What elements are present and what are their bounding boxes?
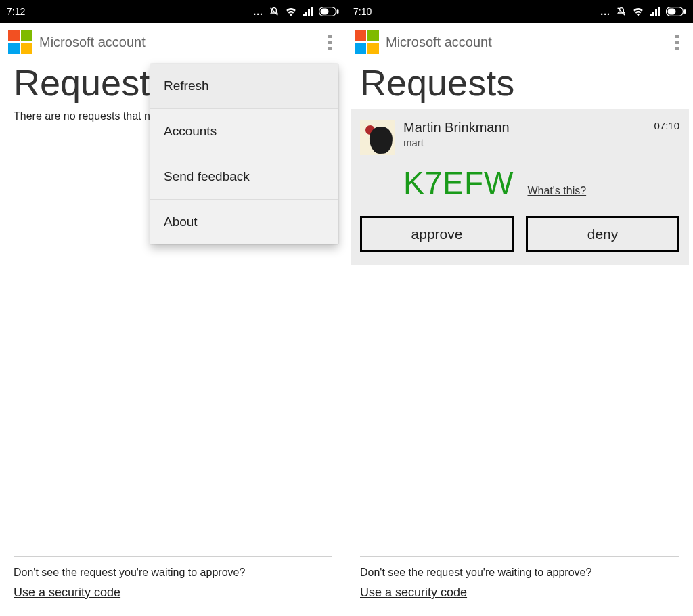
page-title: Requests (346, 57, 693, 105)
svg-rect-13 (684, 9, 686, 14)
footer-question: Don't see the request you're waiting to … (14, 567, 332, 579)
svg-rect-3 (311, 7, 313, 16)
status-bar: 7:10 ... (346, 0, 693, 23)
request-time: 07:10 (654, 120, 679, 131)
battery-icon (666, 7, 686, 16)
left-screenshot: 7:12 ... M (0, 0, 346, 616)
status-time: 7:12 (7, 6, 25, 17)
svg-rect-10 (658, 7, 660, 16)
use-security-code-link[interactable]: Use a security code (14, 586, 120, 600)
svg-rect-7 (650, 14, 652, 16)
network-dots-icon: ... (253, 6, 263, 17)
divider (360, 556, 679, 557)
battery-icon (319, 7, 339, 16)
approve-button[interactable]: approve (360, 216, 514, 252)
app-title: Microsoft account (39, 35, 146, 50)
svg-rect-6 (337, 9, 339, 14)
verification-code: K7EFW (403, 164, 514, 201)
menu-item-send-feedback[interactable]: Send feedback (150, 154, 338, 200)
menu-item-about[interactable]: About (150, 200, 338, 244)
microsoft-logo-icon (8, 30, 32, 54)
use-security-code-link[interactable]: Use a security code (360, 586, 467, 600)
request-name: Martin Brinkmann (403, 120, 646, 135)
app-title: Microsoft account (386, 35, 492, 50)
mute-icon (616, 6, 627, 17)
signal-icon (650, 7, 661, 16)
mute-icon (269, 6, 280, 17)
status-bar: 7:12 ... (0, 0, 346, 23)
menu-item-accounts[interactable]: Accounts (150, 109, 338, 154)
menu-item-refresh[interactable]: Refresh (150, 64, 338, 109)
footer: Don't see the request you're waiting to … (346, 556, 693, 616)
microsoft-logo-icon (355, 30, 379, 54)
svg-rect-9 (655, 9, 657, 16)
wifi-icon (632, 7, 644, 16)
app-bar: Microsoft account (0, 23, 346, 57)
whats-this-link[interactable]: What's this? (527, 185, 586, 201)
footer: Don't see the request you're waiting to … (0, 556, 346, 616)
avatar (360, 120, 395, 155)
wifi-icon (285, 7, 297, 16)
network-dots-icon: ... (600, 6, 610, 17)
deny-button[interactable]: deny (526, 216, 679, 252)
request-subtitle: mart (403, 137, 646, 148)
svg-rect-2 (308, 9, 310, 16)
app-bar: Microsoft account (346, 23, 693, 57)
svg-rect-1 (305, 12, 307, 16)
footer-question: Don't see the request you're waiting to … (360, 567, 679, 579)
overflow-menu: Refresh Accounts Send feedback About (150, 64, 338, 244)
request-card: Martin Brinkmann mart 07:10 K7EFW What's… (351, 109, 689, 265)
svg-rect-12 (668, 9, 676, 15)
overflow-menu-button[interactable] (669, 30, 685, 53)
status-time: 7:10 (353, 6, 372, 17)
signal-icon (303, 7, 313, 16)
divider (14, 556, 332, 557)
svg-rect-0 (303, 14, 305, 16)
right-screenshot: 7:10 ... M (346, 0, 693, 616)
overflow-menu-button[interactable] (321, 30, 338, 53)
svg-rect-5 (321, 9, 329, 15)
svg-rect-8 (652, 12, 654, 16)
